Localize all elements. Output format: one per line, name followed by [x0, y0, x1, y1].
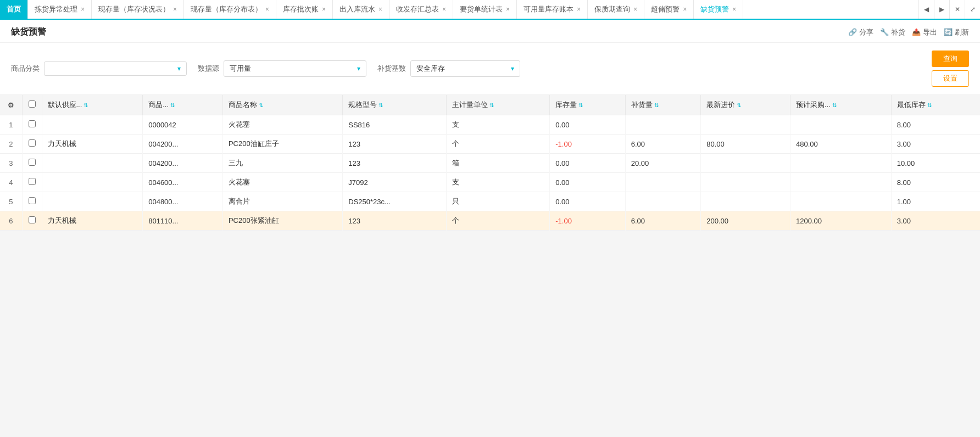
product-name-cell-4: 火花塞	[222, 173, 342, 192]
settings-button[interactable]: 设置	[932, 70, 969, 87]
tab-purchase-stat[interactable]: 要货单统计表×	[453, 0, 517, 19]
header-actions: 🔗 分享 🔧 补货 📤 导出 🔄 刷新	[848, 27, 969, 37]
category-select[interactable]: ▾	[44, 61, 187, 76]
refresh-button[interactable]: 🔄 刷新	[944, 27, 969, 37]
min-stock-sort-icon: ⇅	[927, 102, 932, 108]
column-settings-header[interactable]: ⚙	[0, 95, 22, 115]
tab-receive-summary[interactable]: 收发存汇总表×	[389, 0, 453, 19]
column-spec-header[interactable]: 规格型号⇅	[343, 95, 447, 115]
row-checkbox-cell-2	[22, 135, 42, 154]
tab-close-inventory-status[interactable]: ×	[173, 5, 177, 13]
column-product-code-header[interactable]: 商品...⇅	[143, 95, 223, 115]
tab-close-expiry[interactable]: ×	[633, 5, 637, 13]
column-supplier-header[interactable]: 默认供应...⇅	[42, 95, 143, 115]
tab-close-batch-account[interactable]: ×	[322, 5, 326, 13]
supplier-cell-6: 力天机械	[42, 211, 143, 231]
stock-cell-2: -1.00	[550, 135, 626, 154]
page-content: 缺货预警 🔗 分享 🔧 补货 📤 导出 🔄 刷新 商品分类	[0, 20, 980, 231]
table-row: 2力天机械004200...PC200油缸庄子123个-1.006.0080.0…	[0, 135, 980, 154]
row-checkbox-1[interactable]	[29, 120, 36, 127]
tab-prev-btn[interactable]: ◀	[918, 0, 934, 19]
min-stock-cell-6: 3.00	[891, 211, 980, 231]
tab-available-ledger[interactable]: 可用量库存账本×	[517, 0, 588, 19]
column-unit-header[interactable]: 主计量单位⇅	[447, 95, 550, 115]
tab-abnormal[interactable]: 拣货异常处理×	[28, 0, 92, 19]
replenish-button[interactable]: 🔧 补货	[880, 27, 905, 37]
row-num-1: 1	[0, 115, 22, 135]
estimated-purchase-sort-icon: ⇅	[832, 102, 837, 108]
column-checkbox-header[interactable]	[22, 95, 42, 115]
row-checkbox-2[interactable]	[29, 139, 36, 147]
stock-sort-icon: ⇅	[578, 102, 583, 108]
export-button[interactable]: 📤 导出	[912, 27, 937, 37]
tab-close-abnormal[interactable]: ×	[81, 5, 85, 13]
tab-close-available-ledger[interactable]: ×	[577, 5, 581, 13]
tab-inventory-status[interactable]: 现存量（库存状况表）×	[92, 0, 184, 19]
row-checkbox-cell-3	[22, 154, 42, 173]
category-filter-group: 商品分类 ▾	[11, 61, 187, 76]
tab-label-expiry: 保质期查询	[594, 4, 630, 14]
row-checkbox-6[interactable]	[29, 216, 36, 223]
tab-inout-flow[interactable]: 出入库流水×	[333, 0, 389, 19]
table-row: 4004600...火花塞J7092支0.008.00	[0, 173, 980, 192]
datasource-select-value: 可用量	[230, 64, 357, 74]
share-icon: 🔗	[848, 28, 857, 36]
tab-close-purchase-stat[interactable]: ×	[506, 5, 510, 13]
replenish-cell-6: 6.00	[625, 211, 701, 231]
row-checkbox-4[interactable]	[29, 178, 36, 185]
stock-cell-4: 0.00	[550, 173, 626, 192]
tab-batch-account[interactable]: 库存批次账×	[276, 0, 333, 19]
row-checkbox-5[interactable]	[29, 197, 36, 204]
product-code-cell-2: 004200...	[143, 135, 223, 154]
replenish-label: 补货	[891, 27, 905, 37]
tab-shortage[interactable]: 缺货预警×	[694, 0, 743, 19]
product-name-cell-6: PC200张紧油缸	[222, 211, 342, 231]
column-estimated-purchase-header[interactable]: 预计采购...⇅	[790, 95, 891, 115]
tab-close-all-btn[interactable]: ✕	[949, 0, 965, 19]
share-button[interactable]: 🔗 分享	[848, 27, 873, 37]
row-checkbox-3[interactable]	[29, 159, 36, 166]
product-code-cell-5: 004800...	[143, 192, 223, 211]
row-checkbox-cell-5	[22, 192, 42, 211]
product-name-cell-3: 三九	[222, 154, 342, 173]
unit-cell-6: 个	[447, 211, 550, 231]
page-header: 缺货预警 🔗 分享 🔧 补货 📤 导出 🔄 刷新	[0, 20, 980, 43]
estimated-purchase-cell-5	[790, 192, 891, 211]
estimated-purchase-cell-1	[790, 115, 891, 135]
tab-expand-btn[interactable]: ⤢	[965, 0, 980, 19]
replenish-basis-select[interactable]: 安全库存 ▾	[410, 60, 520, 77]
tab-close-receive-summary[interactable]: ×	[442, 5, 446, 13]
row-checkbox-cell-4	[22, 173, 42, 192]
tab-overstock[interactable]: 超储预警×	[644, 0, 694, 19]
column-replenish-header[interactable]: 补货量⇅	[625, 95, 701, 115]
replenish-cell-1	[625, 115, 701, 135]
tab-close-inventory-dist[interactable]: ×	[265, 5, 269, 13]
latest-price-cell-1	[701, 115, 790, 135]
select-all-checkbox[interactable]	[29, 100, 36, 108]
datasource-label: 数据源	[198, 64, 219, 74]
tab-expiry[interactable]: 保质期查询×	[588, 0, 644, 19]
refresh-label: 刷新	[955, 27, 969, 37]
page-title: 缺货预警	[11, 26, 46, 38]
tab-close-inout-flow[interactable]: ×	[378, 5, 382, 13]
column-product-name-header[interactable]: 商品名称⇅	[222, 95, 342, 115]
tab-next-btn[interactable]: ▶	[934, 0, 949, 19]
column-min-stock-header[interactable]: 最低库存⇅	[891, 95, 980, 115]
tab-close-overstock[interactable]: ×	[683, 5, 687, 13]
column-stock-header[interactable]: 库存量⇅	[550, 95, 626, 115]
query-button[interactable]: 查询	[932, 51, 969, 67]
unit-cell-5: 只	[447, 192, 550, 211]
min-stock-cell-3: 10.00	[891, 154, 980, 173]
estimated-purchase-cell-6: 1200.00	[790, 211, 891, 231]
datasource-select[interactable]: 可用量 ▾	[224, 60, 366, 77]
tab-close-shortage[interactable]: ×	[732, 5, 736, 13]
tab-inventory-dist[interactable]: 现存量（库存分布表）×	[184, 0, 276, 19]
unit-cell-4: 支	[447, 173, 550, 192]
min-stock-cell-5: 1.00	[891, 192, 980, 211]
refresh-icon: 🔄	[944, 28, 953, 36]
tab-home[interactable]: 首页	[0, 0, 28, 19]
column-latest-price-header[interactable]: 最新进价⇅	[701, 95, 790, 115]
category-label: 商品分类	[11, 64, 40, 74]
table-header-row: ⚙ 默认供应...⇅ 商品...⇅ 商品名称⇅ 规格型号⇅	[0, 95, 980, 115]
tab-label-shortage: 缺货预警	[700, 4, 729, 14]
